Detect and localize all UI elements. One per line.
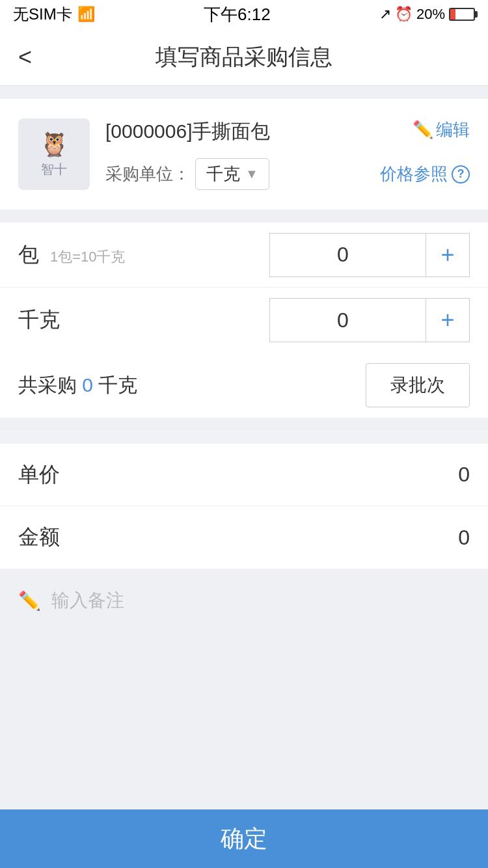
unit-label: 采购单位： bbox=[105, 163, 190, 185]
bag-plus-button[interactable]: + bbox=[426, 233, 470, 277]
alarm-icon: ⏰ bbox=[395, 6, 413, 23]
amount-row: 金额 0 bbox=[0, 506, 488, 569]
kg-number-input[interactable] bbox=[269, 298, 426, 342]
product-owl-icon: 🦉 bbox=[40, 131, 69, 158]
unit-dropdown-arrow: ▼ bbox=[245, 167, 258, 182]
kg-input-row: 千克 + bbox=[0, 288, 488, 353]
summary-count: 0 bbox=[82, 374, 93, 396]
notes-section[interactable]: ✏️ 输入备注 bbox=[0, 569, 488, 632]
back-button[interactable]: < bbox=[18, 44, 32, 71]
bag-input-wrap: + bbox=[269, 233, 470, 277]
bag-label-wrap: 包 1包=10千克 bbox=[18, 241, 269, 269]
kg-plus-button[interactable]: + bbox=[426, 298, 470, 342]
price-divider bbox=[0, 418, 488, 431]
summary-prefix: 共采购 bbox=[18, 374, 77, 396]
product-header: [0000006]手撕面包 ✏️ 编辑 bbox=[105, 118, 470, 145]
time-label: 下午6:12 bbox=[204, 3, 271, 26]
battery-icon bbox=[449, 8, 475, 21]
bag-input-row: 包 1包=10千克 + bbox=[0, 223, 488, 288]
kg-label: 千克 bbox=[18, 306, 269, 334]
location-icon: ↗ bbox=[379, 6, 391, 23]
price-ref-label: 价格参照 bbox=[380, 163, 448, 185]
top-divider bbox=[0, 86, 488, 99]
confirm-button[interactable]: 确定 bbox=[0, 809, 488, 868]
unit-price-row: 单价 0 bbox=[0, 444, 488, 506]
bag-label: 包 bbox=[18, 243, 39, 266]
amount-label: 金额 bbox=[18, 523, 60, 552]
summary-section: 共采购 0 千克 录批次 bbox=[0, 353, 488, 418]
unit-price-value: 0 bbox=[458, 463, 470, 487]
price-ref-button[interactable]: 价格参照 ? bbox=[380, 163, 470, 185]
mid-divider bbox=[0, 210, 488, 223]
carrier-label: 无SIM卡 bbox=[13, 4, 72, 25]
status-left: 无SIM卡 📶 bbox=[13, 4, 95, 25]
product-info: [0000006]手撕面包 ✏️ 编辑 采购单位： 千克 ▼ 价格参照 ? bbox=[105, 118, 470, 190]
amount-value: 0 bbox=[458, 526, 470, 550]
product-name: [0000006]手撕面包 bbox=[105, 118, 402, 145]
battery-percent: 20% bbox=[416, 6, 445, 23]
nav-bar: < 填写商品采购信息 bbox=[0, 29, 488, 86]
summary-text: 共采购 0 千克 bbox=[18, 372, 137, 399]
product-card: 🦉 智十 [0000006]手撕面包 ✏️ 编辑 采购单位： 千克 ▼ 价格参照… bbox=[0, 99, 488, 210]
edit-icon: ✏️ bbox=[413, 120, 433, 140]
status-bar: 无SIM卡 📶 下午6:12 ↗ ⏰ 20% bbox=[0, 0, 488, 29]
bag-sublabel: 1包=10千克 bbox=[50, 249, 126, 265]
product-thumb-text: 智十 bbox=[41, 161, 67, 178]
unit-value: 千克 bbox=[206, 163, 240, 185]
unit-select[interactable]: 千克 ▼ bbox=[195, 158, 269, 190]
notes-input[interactable]: 输入备注 bbox=[51, 588, 124, 613]
kg-input-wrap: + bbox=[269, 298, 470, 342]
edit-label: 编辑 bbox=[436, 118, 470, 141]
unit-price-label: 单价 bbox=[18, 461, 60, 489]
batch-button[interactable]: 录批次 bbox=[366, 363, 470, 407]
unit-select-wrap: 采购单位： 千克 ▼ bbox=[105, 158, 269, 190]
status-right: ↗ ⏰ 20% bbox=[379, 6, 475, 23]
price-section: 单价 0 金额 0 bbox=[0, 444, 488, 569]
product-thumbnail: 🦉 智十 bbox=[18, 118, 90, 190]
battery-fill bbox=[450, 9, 455, 20]
edit-button[interactable]: ✏️ 编辑 bbox=[413, 118, 470, 141]
price-ref-help-icon: ? bbox=[452, 165, 470, 183]
product-unit-row: 采购单位： 千克 ▼ 价格参照 ? bbox=[105, 158, 470, 190]
input-section: 包 1包=10千克 + 千克 + bbox=[0, 223, 488, 353]
bag-number-input[interactable] bbox=[269, 233, 426, 277]
summary-unit: 千克 bbox=[98, 374, 137, 396]
page-title: 填写商品采购信息 bbox=[156, 42, 332, 72]
notes-pencil-icon: ✏️ bbox=[18, 590, 41, 612]
wifi-icon: 📶 bbox=[77, 6, 95, 23]
